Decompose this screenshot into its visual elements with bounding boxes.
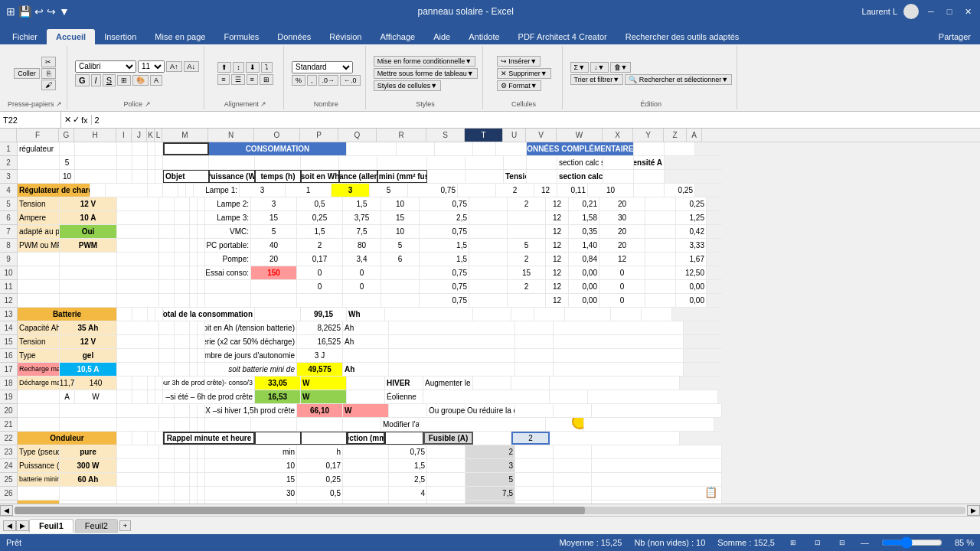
cell-P3[interactable]: soit en Wh: [301, 170, 339, 183]
cell-H17[interactable]: [117, 363, 159, 376]
align-right-button[interactable]: ≡: [247, 74, 258, 85]
cell-H16[interactable]: [117, 349, 159, 362]
insert-function-button[interactable]: fx: [81, 116, 88, 125]
cell-X3[interactable]: [603, 170, 634, 183]
col-header-S[interactable]: S: [426, 129, 465, 142]
cell-S18[interactable]: [473, 377, 511, 390]
tab-accueil[interactable]: Accueil: [47, 29, 95, 44]
somme-button[interactable]: Σ▼: [570, 62, 589, 73]
cell-F23[interactable]: Type (pseudo, pure sinus): [18, 445, 60, 458]
cell-J14[interactable]: [175, 321, 190, 334]
col-header-N[interactable]: N: [208, 129, 254, 142]
cell-Q19[interactable]: Éolienne: [385, 390, 423, 403]
cell-J3[interactable]: [132, 170, 148, 183]
cell-U13[interactable]: [511, 308, 534, 321]
tab-antidote[interactable]: Antidote: [459, 29, 508, 44]
cell-I3[interactable]: [117, 170, 132, 183]
add-sheet-button[interactable]: +: [119, 520, 131, 531]
cell-X2[interactable]: [603, 156, 634, 169]
cell-M4[interactable]: Lampe 1:: [194, 184, 240, 197]
tab-rechercher[interactable]: Rechercher des outils adaptés: [616, 29, 749, 44]
merge-button[interactable]: ⊞: [260, 74, 273, 85]
cell-M2[interactable]: [163, 156, 209, 169]
col-header-Q[interactable]: Q: [338, 129, 377, 142]
cell-F10[interactable]: [18, 266, 60, 279]
cell-O9[interactable]: 0,17: [297, 253, 343, 266]
col-header-X[interactable]: X: [603, 129, 633, 142]
cell-T17[interactable]: [515, 363, 554, 376]
cell-O26[interactable]: [343, 487, 389, 500]
save-icon[interactable]: 💾: [18, 5, 31, 18]
cell-V13[interactable]: [534, 308, 565, 321]
row-header-9[interactable]: 9: [0, 253, 17, 266]
cell-G6[interactable]: 10 A: [60, 211, 117, 224]
cell-H6[interactable]: [117, 211, 159, 224]
cell-V11[interactable]: 0,00: [569, 280, 599, 293]
cell-N20[interactable]: 66,10: [297, 404, 343, 417]
cell-M10[interactable]: Essai conso:: [205, 266, 251, 279]
cell-G10[interactable]: [60, 266, 117, 279]
cell-N27[interactable]: 0,75: [297, 500, 343, 504]
cell-K23[interactable]: [190, 445, 198, 458]
cell-R24[interactable]: 3: [466, 459, 515, 472]
cell-N26[interactable]: 0,5: [297, 487, 343, 500]
cell-L13[interactable]: [155, 308, 163, 321]
cell-H7[interactable]: [117, 225, 159, 238]
scroll-sheets-right[interactable]: ▶: [16, 520, 29, 531]
cell-G4[interactable]: [90, 184, 106, 197]
coller-button[interactable]: Coller: [14, 68, 40, 79]
number-format-select[interactable]: Standard: [292, 61, 353, 73]
cell-P13[interactable]: Wh: [347, 308, 385, 321]
cell-O3[interactable]: temps (h): [255, 170, 301, 183]
cell-W13[interactable]: [565, 308, 611, 321]
cell-N13[interactable]: [255, 308, 301, 321]
cell-V6[interactable]: 1,58: [569, 211, 599, 224]
row-header-7[interactable]: 7: [0, 225, 17, 239]
cell-N23[interactable]: h: [297, 445, 343, 458]
cell-P10[interactable]: 0: [343, 266, 381, 279]
col-header-J[interactable]: J: [132, 129, 147, 142]
cell-F11[interactable]: [18, 280, 60, 293]
cell-N18[interactable]: 33,05: [255, 377, 301, 390]
cell-I6[interactable]: [159, 211, 175, 224]
col-header-Y[interactable]: Y: [633, 129, 664, 142]
cell-S12[interactable]: [469, 294, 508, 307]
cell-J16[interactable]: [175, 349, 190, 362]
cell-J18[interactable]: [132, 377, 148, 390]
cell-K10[interactable]: [190, 266, 198, 279]
cell-W5[interactable]: 20: [599, 197, 645, 210]
cell-H15[interactable]: [117, 335, 159, 348]
tab-aide[interactable]: Aide: [424, 29, 459, 44]
tab-mise-en-page[interactable]: Mise en page: [145, 29, 214, 44]
cell-V5[interactable]: 0,21: [569, 197, 599, 210]
cell-U18[interactable]: [550, 377, 680, 390]
cell-G8[interactable]: PWM: [60, 239, 117, 252]
cell-J22[interactable]: [132, 432, 148, 445]
underline-button[interactable]: S: [103, 74, 116, 86]
cell-V4[interactable]: 0,11: [557, 184, 588, 197]
cell-O25[interactable]: [343, 473, 389, 486]
cell-Y12[interactable]: 0,00: [676, 294, 707, 307]
cell-F26[interactable]: [18, 487, 60, 500]
font-color-button[interactable]: A: [150, 75, 162, 86]
remplissage-button[interactable]: ↓▼: [590, 62, 608, 73]
cell-U12[interactable]: 12: [546, 294, 569, 307]
cell-N21[interactable]: [251, 418, 297, 431]
row-header-26[interactable]: 26: [0, 487, 17, 500]
cell-T26[interactable]: [554, 487, 592, 500]
cell-K5[interactable]: [190, 197, 198, 210]
supprimer-button[interactable]: ✕ Supprimer▼: [497, 68, 551, 79]
col-header-K[interactable]: K: [147, 129, 155, 142]
cell-H23[interactable]: [117, 445, 159, 458]
cell-M27[interactable]: 45: [205, 500, 297, 504]
cell-G21[interactable]: [60, 418, 117, 431]
cell-K7[interactable]: [190, 225, 198, 238]
cell-G12[interactable]: [60, 294, 117, 307]
cell-P9[interactable]: 3,4: [343, 253, 381, 266]
cell-N24[interactable]: 0,17: [297, 459, 343, 472]
customize-icon[interactable]: ▼: [59, 5, 70, 18]
cell-X10[interactable]: [645, 266, 676, 279]
cell-R11[interactable]: 0,75: [420, 280, 469, 293]
align-top-button[interactable]: ⬆: [217, 62, 231, 73]
cell-I15[interactable]: [159, 335, 175, 348]
